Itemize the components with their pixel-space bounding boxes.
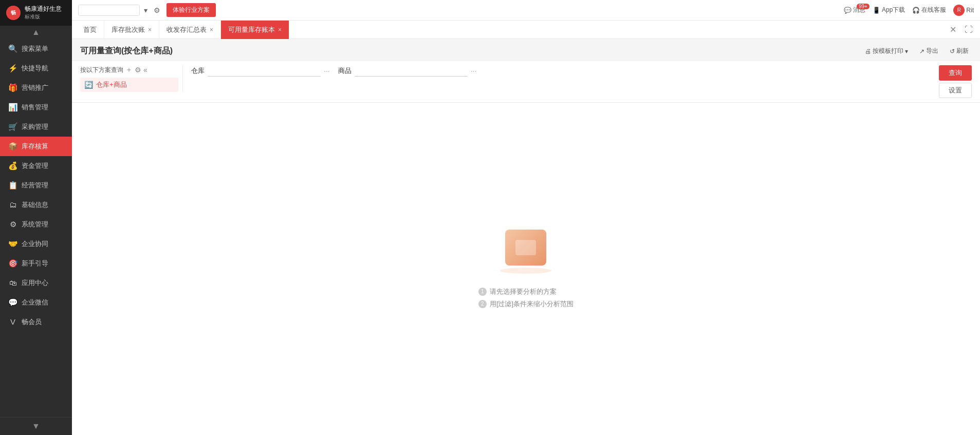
sidebar-item-vip[interactable]: V 畅会员	[0, 312, 72, 332]
msg-badge: 99+	[857, 4, 870, 9]
sidebar-icon-enterprise: 🤝	[8, 239, 17, 249]
query-btn[interactable]: 查询	[939, 65, 972, 81]
sidebar-item-inventory[interactable]: 📦 库存核算	[0, 137, 72, 156]
sidebar-item-purchase[interactable]: 🛒 采购管理	[0, 117, 72, 137]
service-label: 在线客服	[921, 6, 946, 14]
print-btn[interactable]: 🖨 按模板打印 ▾	[862, 45, 911, 57]
app-name: 畅康通好生意	[25, 5, 62, 13]
empty-icon-wrap	[495, 230, 557, 281]
tab-batch-label: 库存批次账	[112, 25, 145, 34]
topbar-dropdown-btn[interactable]: ▾	[142, 5, 150, 15]
sidebar-item-enterprise[interactable]: 🤝 企业协同	[0, 234, 72, 254]
sidebar-label-inventory: 库存核算	[22, 142, 48, 151]
sidebar-label-purchase: 采购管理	[22, 122, 48, 131]
tab-available[interactable]: 可用量库存账本 ×	[221, 21, 289, 39]
tab-available-close[interactable]: ×	[278, 26, 282, 33]
sidebar-item-wechat[interactable]: 💬 企业微信	[0, 293, 72, 312]
topbar-service[interactable]: 🎧 在线客服	[912, 6, 946, 14]
msg-icon: 💬	[844, 7, 852, 14]
refresh-icon: ↺	[950, 48, 955, 55]
sidebar-icon-basic: 🗂	[8, 200, 17, 209]
topbar-search-group: ▾ ⚙	[78, 5, 162, 16]
sidebar-label-basic: 基础信息	[22, 200, 48, 210]
scheme-header: 按以下方案查询 ＋ ⚙ «	[80, 65, 178, 74]
sidebar-label-marketing: 营销推广	[22, 83, 48, 92]
sidebar-icon-purchase: 🛒	[8, 122, 17, 131]
scheme-item-warehouse-goods[interactable]: 🔄 仓库+商品	[80, 78, 178, 92]
sidebar-icon-wechat: 💬	[8, 298, 17, 307]
robot-shadow	[500, 268, 551, 274]
warehouse-label: 仓库	[191, 66, 205, 75]
page-title: 可用量查询(按仓库+商品)	[80, 46, 173, 56]
goods-label: 商品	[338, 66, 352, 75]
sidebar-icon-operation: 📋	[8, 181, 17, 190]
sidebar-item-search[interactable]: 🔍 搜索菜单	[0, 39, 72, 59]
tab-batch[interactable]: 库存批次账 ×	[104, 21, 159, 39]
sidebar-label-finance: 资金管理	[22, 161, 48, 171]
sidebar-icon-system: ⚙	[8, 220, 17, 229]
tab-collect-label: 收发存汇总表	[167, 25, 207, 34]
warehouse-input[interactable]	[208, 65, 321, 77]
sidebar-item-system[interactable]: ⚙ 系统管理	[0, 215, 72, 234]
tab-collect-close[interactable]: ×	[210, 26, 213, 33]
scheme-edit-btn[interactable]: ⚙	[135, 66, 141, 74]
topbar-app-download[interactable]: 📱 App下载	[873, 6, 905, 14]
sidebar-icon-marketing: 🎁	[8, 83, 17, 92]
scheme-collapse-btn[interactable]: «	[143, 66, 147, 74]
export-label: 导出	[926, 47, 938, 55]
user-avatar: R	[953, 5, 965, 16]
industry-btn[interactable]: 体验行业方案	[167, 3, 216, 17]
sidebar-icon-shortcut: ⚡	[8, 64, 17, 73]
sidebar-icon-inventory: 📦	[8, 142, 17, 151]
sidebar-item-finance[interactable]: 💰 资金管理	[0, 156, 72, 176]
warehouse-more-btn[interactable]: ···	[324, 67, 330, 75]
tip-num-2: 2	[478, 300, 487, 308]
sidebar-item-appstore[interactable]: 🛍 应用中心	[0, 273, 72, 293]
sidebar-scroll-up[interactable]: ▲	[0, 26, 72, 39]
topbar-search-input[interactable]	[78, 5, 140, 16]
sidebar-icon-newbie: 🎯	[8, 259, 17, 268]
query-field-goods: 商品 ···	[338, 65, 477, 77]
sidebar-label-shortcut: 快捷导航	[22, 64, 48, 73]
empty-state: 1 请先选择要分析的方案 2 用[过滤]条件来缩小分析范围	[478, 230, 574, 309]
scheme-header-label: 按以下方案查询	[80, 66, 123, 74]
sidebar-item-shortcut[interactable]: ⚡ 快捷导航	[0, 59, 72, 78]
service-icon: 🎧	[912, 7, 920, 14]
sidebar-label-wechat: 企业微信	[22, 298, 48, 307]
export-btn[interactable]: ↗ 导出	[916, 45, 941, 57]
topbar-user[interactable]: R Rit	[953, 5, 974, 16]
sidebar-label-enterprise: 企业协同	[22, 239, 48, 249]
sidebar-item-newbie[interactable]: 🎯 新手引导	[0, 254, 72, 273]
sidebar-icon-finance: 💰	[8, 161, 17, 171]
tab-home-label: 首页	[83, 25, 97, 34]
refresh-btn[interactable]: ↺ 刷新	[947, 45, 972, 57]
sidebar-scroll-down[interactable]: ▼	[0, 417, 72, 435]
topbar: ▾ ⚙ 体验行业方案 💬 消息 99+ 📱 App下载 🎧 在线客服 R Rit	[72, 0, 980, 21]
sidebar-item-marketing[interactable]: 🎁 营销推广	[0, 78, 72, 98]
tab-home[interactable]: 首页	[76, 21, 104, 39]
tab-maximize-btn[interactable]: ⛶	[961, 24, 976, 35]
sidebar-item-basic[interactable]: 🗂 基础信息	[0, 195, 72, 215]
tip-text-2: 用[过滤]条件来缩小分析范围	[490, 299, 574, 309]
goods-more-btn[interactable]: ···	[471, 67, 477, 75]
query-scheme-panel: 按以下方案查询 ＋ ⚙ « 🔄 仓库+商品	[80, 65, 183, 92]
tab-collect[interactable]: 收发存汇总表 ×	[159, 21, 221, 39]
settings-btn[interactable]: 设置	[939, 83, 972, 98]
tab-close-btn[interactable]: ✕	[947, 24, 959, 35]
sidebar-item-sales[interactable]: 📊 销售管理	[0, 98, 72, 117]
empty-tip-1: 1 请先选择要分析的方案	[478, 287, 574, 296]
empty-tips: 1 请先选择要分析的方案 2 用[过滤]条件来缩小分析范围	[478, 287, 574, 309]
sidebar-header: 畅 畅康通好生意 标准版	[0, 0, 72, 26]
topbar-settings-btn[interactable]: ⚙	[152, 5, 162, 15]
page-actions: 🖨 按模板打印 ▾ ↗ 导出 ↺ 刷新	[862, 45, 972, 57]
scheme-add-btn[interactable]: ＋	[125, 65, 133, 74]
sidebar-label-system: 系统管理	[22, 220, 48, 229]
sidebar-label-operation: 经营管理	[22, 181, 48, 190]
sidebar-item-operation[interactable]: 📋 经营管理	[0, 176, 72, 195]
main-area: ▾ ⚙ 体验行业方案 💬 消息 99+ 📱 App下载 🎧 在线客服 R Rit	[72, 0, 980, 435]
topbar-msg[interactable]: 💬 消息 99+	[844, 6, 865, 14]
sidebar-label-sales: 销售管理	[22, 103, 48, 112]
sidebar: 畅 畅康通好生意 标准版 ▲ 🔍 搜索菜单 ⚡ 快捷导航 🎁 营销推广 📊 销售…	[0, 0, 72, 435]
goods-input[interactable]	[355, 65, 468, 77]
tab-batch-close[interactable]: ×	[148, 26, 152, 33]
